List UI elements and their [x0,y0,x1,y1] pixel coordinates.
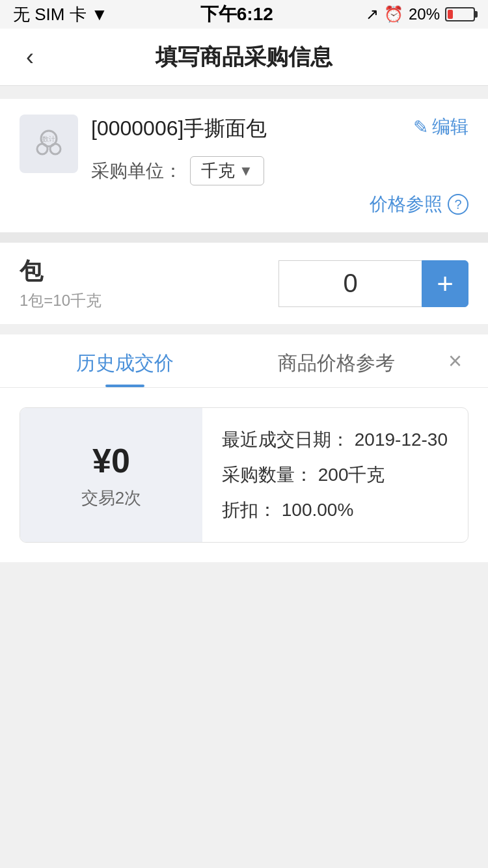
section-divider [0,232,488,243]
bottom-panel: 历史成交价 商品价格参考 × ¥0 交易2次 最近成交日期： 2019-12-3… [0,334,488,562]
alarm-icon: ⏰ [384,5,403,23]
tab-bar: 历史成交价 商品价格参考 × [0,334,488,388]
discount-row: 折扣： 100.00% [222,498,448,522]
edit-label: 编辑 [432,115,468,139]
price-value: 0 [111,442,130,480]
product-logo-icon: 数计 [29,124,68,163]
status-right: ↗ ⏰ 20% [366,5,475,23]
tab-history-price[interactable]: 历史成交价 [20,334,230,387]
quantity-plus-button[interactable]: + [422,260,468,307]
edit-icon: ✎ [413,116,428,138]
svg-point-1 [37,144,47,154]
trade-count-label: 交易2次 [81,487,141,509]
card-price-section: ¥0 交易2次 [20,408,202,542]
product-thumbnail: 数计 [20,115,78,173]
edit-button[interactable]: ✎ 编辑 [413,115,468,139]
status-left: 无 SIM 卡 ▼ [13,3,108,26]
battery-percent: 20% [409,5,440,23]
page-title: 填写商品采购信息 [156,42,332,72]
quantity-row: 包 1包=10千克 0 + [0,243,488,324]
card-detail-section: 最近成交日期： 2019-12-30 采购数量： 200千克 折扣： 100.0… [202,408,468,542]
transaction-card: ¥0 交易2次 最近成交日期： 2019-12-30 采购数量： 200千克 折… [20,407,468,543]
location-icon: ↗ [366,5,379,23]
unit-select[interactable]: 千克 ▼ [190,156,264,185]
unit-value: 千克 [201,159,235,182]
svg-point-2 [50,144,61,154]
svg-text:数计: 数计 [42,135,55,142]
quantity-control: 0 + [278,260,468,307]
discount-label: 折扣： [222,500,277,520]
product-name: [0000006]手撕面包 [91,115,267,143]
currency-symbol: ¥ [92,442,111,480]
unit-label-text: 采购单位： [91,159,182,183]
quantity-input[interactable]: 0 [278,260,422,307]
card-price-display: ¥0 [92,441,130,480]
status-bar: 无 SIM 卡 ▼ 下午6:12 ↗ ⏰ 20% [0,0,488,29]
unit-dropdown-icon: ▼ [239,163,253,180]
price-ref-help-icon: ? [448,194,468,215]
recent-date-label: 最近成交日期： [222,429,349,450]
product-info: [0000006]手撕面包 采购单位： 千克 ▼ [91,115,267,185]
card-area: ¥0 交易2次 最近成交日期： 2019-12-30 采购数量： 200千克 折… [0,388,488,562]
tab-product-price-ref[interactable]: 商品价格参考 [230,334,441,387]
purchase-qty-value: 200千克 [318,465,385,485]
nav-bar: ‹ 填写商品采购信息 [0,29,488,86]
back-button[interactable]: ‹ [20,37,40,77]
recent-date-row: 最近成交日期： 2019-12-30 [222,427,448,452]
discount-value: 100.00% [282,500,354,520]
price-reference-link[interactable]: 价格参照 ? [370,192,468,217]
recent-date-value: 2019-12-30 [355,429,448,450]
close-button[interactable]: × [442,341,468,381]
quantity-unit-main: 包 [20,256,102,288]
sim-label: 无 SIM 卡 ▼ [13,3,108,26]
product-card: 数计 [0000006]手撕面包 采购单位： 千克 ▼ ✎ 编辑 价格参照 [0,99,488,232]
tab-active-indicator [105,385,144,387]
purchase-qty-row: 采购数量： 200千克 [222,463,448,487]
page-background [0,562,488,868]
product-unit-row: 采购单位： 千克 ▼ [91,156,267,185]
quantity-unit-sub: 1包=10千克 [20,290,102,311]
battery-icon [445,7,475,21]
status-time: 下午6:12 [200,2,273,27]
price-ref-label: 价格参照 [370,192,442,217]
purchase-qty-label: 采购数量： [222,465,313,485]
unit-label-block: 包 1包=10千克 [20,256,102,311]
